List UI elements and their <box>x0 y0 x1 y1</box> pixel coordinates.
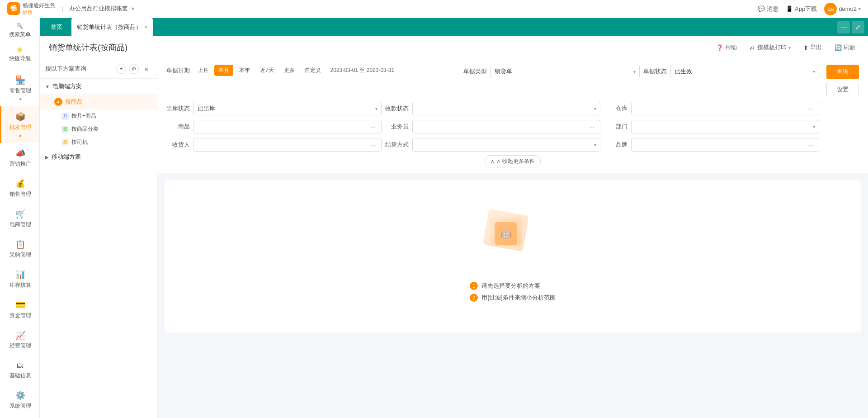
user-menu[interactable]: Ea demo2 ▾ <box>824 3 861 15</box>
scheme-sub-item-monthly[interactable]: 月 按月+商品 <box>40 109 157 123</box>
sidebar-item-wholesale[interactable]: 📦 批发管理 ▲ <box>0 106 39 143</box>
search-menu[interactable]: 🔍 搜索菜单 <box>0 18 39 43</box>
add-scheme-button[interactable]: + <box>116 64 126 74</box>
scheme-item-by-goods[interactable]: ● 按商品 <box>40 94 157 109</box>
app-download-button[interactable]: 📱 App下载 <box>786 5 817 13</box>
mobile-scheme-group-header[interactable]: ▶ 移动端方案 <box>40 149 157 165</box>
date-tab-last-month[interactable]: 上月 <box>193 65 212 76</box>
procurement-icon: 📋 <box>15 239 25 249</box>
payment-status-select[interactable]: ▾ <box>412 102 600 115</box>
system-icon: ⚙️ <box>15 390 25 400</box>
payment-status-arrow: ▾ <box>594 106 596 111</box>
step-num-1: 1 <box>470 282 478 290</box>
date-tab-more[interactable]: 更多 <box>280 65 299 76</box>
sidebar-item-label: 批发管理 <box>9 124 31 131</box>
print-dropdown-icon: ▾ <box>788 45 791 50</box>
quick-nav[interactable]: ⭐ 快捷导航 <box>0 43 39 66</box>
query-button[interactable]: 查询 <box>826 65 859 79</box>
download-icon: 📱 <box>786 5 793 12</box>
department-filter-item: 部门 ▾ <box>604 120 819 133</box>
sidebar-item-procurement[interactable]: 📋 采购管理 <box>0 234 39 264</box>
date-tab-custom[interactable]: 自定义 <box>301 65 325 76</box>
empty-steps: 1 请先选择要分析的方案 2 用[过滤]条件来缩小分析范围 <box>470 282 555 305</box>
top-bar: 畅 畅捷通好生意 标版 | 办公用品行业模拟账套 ▾ 💬 消息 📱 App下载 … <box>0 0 868 18</box>
sidebar-item-retail[interactable]: 🏪 零售管理 ▲ <box>0 70 39 106</box>
print-label: 按模板打印 <box>757 43 787 52</box>
date-tab-this-year[interactable]: 本年 <box>235 65 254 76</box>
sidebar-item-label: 基础信息 <box>9 372 31 380</box>
empty-step-2: 2 用[过滤]条件来缩小分析范围 <box>470 294 555 302</box>
scheme-sub-item-driver[interactable]: 图 按司机 <box>40 136 157 149</box>
operation-icon: 📈 <box>15 330 25 340</box>
pc-scheme-group-header[interactable]: ▼ 电脑端方案 <box>40 79 157 94</box>
print-button[interactable]: 🖨 按模板打印 ▾ <box>746 42 794 53</box>
collapse-button[interactable]: ∧ ∧ 收起更多条件 <box>485 155 541 167</box>
sidebar-item-ecommerce[interactable]: 🛒 电商管理 <box>0 204 39 234</box>
right-content: 单据日期 上月 本月 本年 近7天 更多 自定义 <box>157 59 868 418</box>
department-select[interactable]: ▾ <box>631 120 819 133</box>
maximize-button[interactable]: ⤢ <box>852 21 864 33</box>
page-title: 销货单统计表(按商品) <box>49 42 127 53</box>
date-tab-7days[interactable]: 近7天 <box>256 65 278 76</box>
sidebar-item-label: 系统管理 <box>9 402 31 410</box>
setting-scheme-button[interactable]: ⚙ <box>129 64 139 74</box>
message-button[interactable]: 💬 消息 <box>758 5 778 13</box>
sidebar-item-system[interactable]: ⚙️ 系统管理 <box>0 385 39 415</box>
goods-dots[interactable]: ··· <box>368 123 377 130</box>
empty-step-1-text: 请先选择要分析的方案 <box>481 282 540 290</box>
payment-status-filter-item: 收款状态 ▾ <box>385 102 600 115</box>
help-button[interactable]: ❓ 帮助 <box>712 42 741 53</box>
brand-input[interactable]: ··· <box>631 138 819 152</box>
app-download-label: App下载 <box>795 5 817 13</box>
receiver-input[interactable]: ··· <box>193 138 382 152</box>
sidebar-item-label: 采购管理 <box>9 251 31 259</box>
mobile-scheme-label: 移动端方案 <box>52 153 81 161</box>
tab-home[interactable]: 首页 <box>43 18 70 36</box>
sidebar-item-basic[interactable]: 🗂 基础信息 <box>0 355 39 385</box>
date-tab-this-month[interactable]: 本月 <box>214 65 233 76</box>
three-panel: 按以下方案查询 + ⚙ « ▼ 电脑端方案 <box>40 59 868 418</box>
out-status-select[interactable]: 已出库 ▾ <box>193 102 382 115</box>
workspace-label[interactable]: 办公用品行业模拟账套 <box>69 5 128 13</box>
tab-active[interactable]: 销货单统计表（按商品） × <box>71 18 153 36</box>
receiver-label: 收货人 <box>166 141 193 149</box>
doc-type-select[interactable]: 销货单 ▾ <box>491 65 639 78</box>
top-bar-left: 畅 畅捷通好生意 标版 | 办公用品行业模拟账套 ▾ <box>7 2 134 16</box>
sidebar-item-inventory[interactable]: 📊 库存核算 <box>0 264 39 294</box>
doc-status-select[interactable]: 已生效 ▾ <box>670 65 819 78</box>
workspace-dropdown-icon[interactable]: ▾ <box>132 5 134 12</box>
driver-icon: 图 <box>61 139 69 146</box>
collapse-panel-button[interactable]: « <box>142 64 151 74</box>
export-button[interactable]: ⬆ 导出 <box>800 42 826 53</box>
salesman-label: 业务员 <box>385 123 412 131</box>
warehouse-input[interactable]: ··· <box>631 102 819 115</box>
settings-button[interactable]: 设置 <box>826 82 859 97</box>
brand-dots[interactable]: ··· <box>806 141 815 148</box>
settlement-select[interactable]: ▾ <box>412 138 600 152</box>
warehouse-label: 仓库 <box>604 104 631 113</box>
refresh-label: 刷新 <box>844 43 855 52</box>
tab-active-label: 销货单统计表（按商品） <box>77 23 142 31</box>
refresh-icon: 🔄 <box>835 44 842 51</box>
empty-step-2-text: 用[过滤]条件来缩小分析范围 <box>481 294 555 302</box>
out-status-value: 已出库 <box>198 104 215 113</box>
salesman-dots[interactable]: ··· <box>587 123 596 130</box>
sidebar-item-finance[interactable]: 💳 资金管理 <box>0 294 39 325</box>
filter-row-2: 出库状态 已出库 ▾ 收款状态 ▾ <box>166 102 859 115</box>
active-scheme-icon: ● <box>54 98 62 106</box>
scheme-sub-item-category[interactable]: 图 按商品分类 <box>40 123 157 136</box>
salesman-input[interactable]: ··· <box>412 120 600 133</box>
goods-input[interactable]: ··· <box>193 120 382 133</box>
sidebar-item-operation[interactable]: 📈 经营管理 <box>0 325 39 355</box>
user-name: demo2 <box>839 5 857 12</box>
nav-icon: ⭐ <box>16 47 23 53</box>
warehouse-dots[interactable]: ··· <box>806 105 815 112</box>
tab-close-button[interactable]: × <box>144 24 147 30</box>
refresh-button[interactable]: 🔄 刷新 <box>831 42 859 53</box>
receiver-dots[interactable]: ··· <box>368 141 377 148</box>
sidebar-item-marketing[interactable]: 📣 营销推广 <box>0 143 39 173</box>
minimize-button[interactable]: — <box>837 21 850 33</box>
sidebar-item-enterprise[interactable]: 🤝 企业协同 <box>0 415 39 418</box>
sidebar-item-sales[interactable]: 💰 销售管理 <box>0 173 39 204</box>
out-status-arrow: ▾ <box>375 106 377 111</box>
